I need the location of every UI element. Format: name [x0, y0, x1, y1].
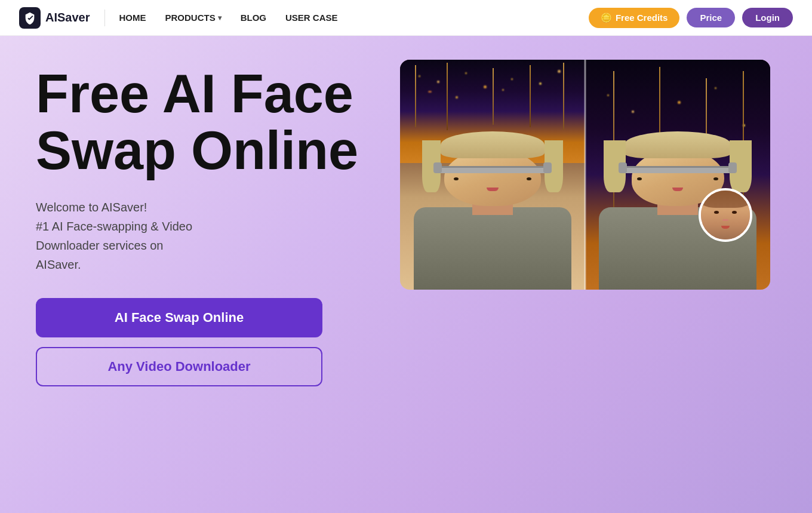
face-swap-button[interactable]: AI Face Swap Online	[36, 298, 322, 337]
face-swap-indicator	[699, 188, 752, 242]
image-divider	[585, 60, 586, 290]
brand-name: AISaver	[45, 11, 90, 24]
hero-subtitle: Welcome to AISaver! #1 AI Face-swapping …	[36, 198, 394, 274]
products-chevron-icon: ▾	[218, 14, 222, 22]
person-left	[400, 140, 585, 290]
login-button[interactable]: Login	[742, 8, 793, 27]
nav-home[interactable]: HOME	[119, 13, 146, 23]
hero-section: Free AI Face Swap Online Welcome to AISa…	[0, 36, 812, 513]
hero-image-main	[400, 60, 770, 290]
navbar-divider	[104, 10, 105, 26]
navbar-actions: 🪙 Free Credits Price Login	[589, 8, 793, 28]
hero-title: Free AI Face Swap Online	[36, 66, 394, 179]
logo-icon	[19, 7, 41, 29]
price-button[interactable]: Price	[687, 8, 735, 27]
navbar: AISaver HOME PRODUCTS ▾ BLOG USER CASE 🪙…	[0, 0, 812, 36]
nav-user-case[interactable]: USER CASE	[285, 13, 338, 23]
nav-links: HOME PRODUCTS ▾ BLOG USER CASE	[119, 13, 589, 23]
swap-face-preview	[701, 191, 750, 239]
coin-icon: 🪙	[601, 13, 612, 23]
hero-image-container	[400, 60, 770, 290]
hero-left: Free AI Face Swap Online Welcome to AISa…	[36, 60, 394, 386]
hero-image-left	[400, 60, 585, 290]
logo-link[interactable]: AISaver	[19, 7, 90, 29]
nav-blog[interactable]: BLOG	[241, 13, 266, 23]
face-hair	[701, 191, 750, 208]
hero-image-right	[585, 60, 770, 290]
video-downloader-button[interactable]: Any Video Downloader	[36, 347, 322, 386]
hero-buttons: AI Face Swap Online Any Video Downloader	[36, 298, 322, 386]
hero-right	[394, 60, 776, 290]
free-credits-button[interactable]: 🪙 Free Credits	[589, 8, 680, 28]
logo-svg	[23, 11, 36, 24]
nav-products[interactable]: PRODUCTS ▾	[165, 13, 222, 23]
hero-main: Free AI Face Swap Online Welcome to AISa…	[0, 36, 812, 513]
